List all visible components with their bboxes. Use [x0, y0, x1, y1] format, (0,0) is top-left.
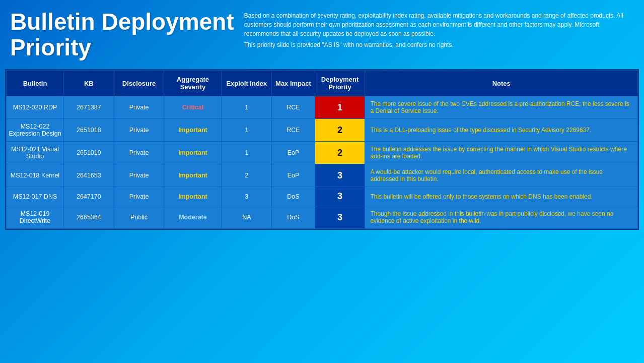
cell-bulletin: MS12-020 RDP — [7, 96, 64, 119]
cell-kb: 2647170 — [64, 187, 114, 206]
table-row: MS12-020 RDP2671387PrivateCritical1RCE1T… — [7, 96, 638, 119]
cell-impact: DoS — [272, 187, 315, 206]
cell-disclosure: Private — [114, 96, 164, 119]
cell-bulletin: MS12-018 Kernel — [7, 164, 64, 187]
header-priority: Deployment Priority — [315, 71, 365, 96]
page-title: Bulletin Deployment Priority — [10, 9, 234, 60]
cell-bulletin: MS12-022 Expression Design — [7, 119, 64, 142]
cell-priority: 1 — [315, 96, 365, 119]
table-body: MS12-020 RDP2671387PrivateCritical1RCE1T… — [7, 96, 638, 229]
cell-exploit: 1 — [222, 142, 272, 164]
cell-impact: EoP — [272, 142, 315, 164]
cell-disclosure: Private — [114, 119, 164, 142]
cell-impact: RCE — [272, 96, 315, 119]
cell-notes: Though the issue addressed in this bulle… — [365, 206, 638, 229]
cell-kb: 2651018 — [64, 119, 114, 142]
cell-notes: This is a DLL-preloading issue of the ty… — [365, 119, 638, 142]
cell-disclosure: Private — [114, 142, 164, 164]
header-bulletin: Bulletin — [7, 71, 64, 96]
cell-exploit: 3 — [222, 187, 272, 206]
header-kb: KB — [64, 71, 114, 96]
cell-disclosure: Private — [114, 187, 164, 206]
cell-impact: EoP — [272, 164, 315, 187]
description-text2: This priority slide is provided "AS IS" … — [244, 40, 634, 49]
cell-notes: The more severe issue of the two CVEs ad… — [365, 96, 638, 119]
header-section: Bulletin Deployment Priority Based on a … — [0, 0, 644, 65]
table-container: Bulletin KB Disclosure Aggregate Severit… — [5, 69, 639, 230]
cell-bulletin: MS12-019 DirectWrite — [7, 206, 64, 229]
description-text1: Based on a combination of severity ratin… — [244, 11, 634, 38]
cell-severity: Important — [164, 142, 222, 164]
cell-disclosure: Private — [114, 164, 164, 187]
cell-priority: 2 — [315, 142, 365, 164]
cell-severity: Important — [164, 119, 222, 142]
cell-kb: 2671387 — [64, 96, 114, 119]
table-row: MS12-022 Expression Design2651018Private… — [7, 119, 638, 142]
cell-severity: Critical — [164, 96, 222, 119]
cell-bulletin: MS12-017 DNS — [7, 187, 64, 206]
cell-kb: 2665364 — [64, 206, 114, 229]
cell-priority: 2 — [315, 119, 365, 142]
cell-kb: 2651019 — [64, 142, 114, 164]
cell-impact: RCE — [272, 119, 315, 142]
cell-severity: Important — [164, 187, 222, 206]
header-impact: Max Impact — [272, 71, 315, 96]
cell-priority: 3 — [315, 187, 365, 206]
cell-severity: Moderate — [164, 206, 222, 229]
cell-impact: DoS — [272, 206, 315, 229]
table-header-row: Bulletin KB Disclosure Aggregate Severit… — [7, 71, 638, 96]
bulletin-table: Bulletin KB Disclosure Aggregate Severit… — [6, 70, 638, 229]
cell-exploit: 2 — [222, 164, 272, 187]
cell-priority: 3 — [315, 206, 365, 229]
header-notes: Notes — [365, 71, 638, 96]
cell-disclosure: Public — [114, 206, 164, 229]
title-line2: Priority — [10, 34, 91, 60]
cell-bulletin: MS12-021 Visual Studio — [7, 142, 64, 164]
cell-notes: This bulletin will be offered only to th… — [365, 187, 638, 206]
header-exploit: Exploit Index — [222, 71, 272, 96]
title-line1: Bulletin Deployment — [10, 9, 234, 35]
cell-exploit: 1 — [222, 119, 272, 142]
description-block: Based on a combination of severity ratin… — [244, 9, 634, 49]
table-row: MS12-019 DirectWrite2665364PublicModerat… — [7, 206, 638, 229]
cell-notes: The bulletin addresses the issue by corr… — [365, 142, 638, 164]
cell-notes: A would-be attacker would require local,… — [365, 164, 638, 187]
table-row: MS12-017 DNS2647170PrivateImportant3DoS3… — [7, 187, 638, 206]
title-block: Bulletin Deployment Priority — [10, 9, 234, 60]
table-row: MS12-021 Visual Studio2651019PrivateImpo… — [7, 142, 638, 164]
cell-exploit: 1 — [222, 96, 272, 119]
cell-severity: Important — [164, 164, 222, 187]
cell-exploit: NA — [222, 206, 272, 229]
header-disclosure: Disclosure — [114, 71, 164, 96]
cell-priority: 3 — [315, 164, 365, 187]
table-row: MS12-018 Kernel2641653PrivateImportant2E… — [7, 164, 638, 187]
header-severity: Aggregate Severity — [164, 71, 222, 96]
cell-kb: 2641653 — [64, 164, 114, 187]
